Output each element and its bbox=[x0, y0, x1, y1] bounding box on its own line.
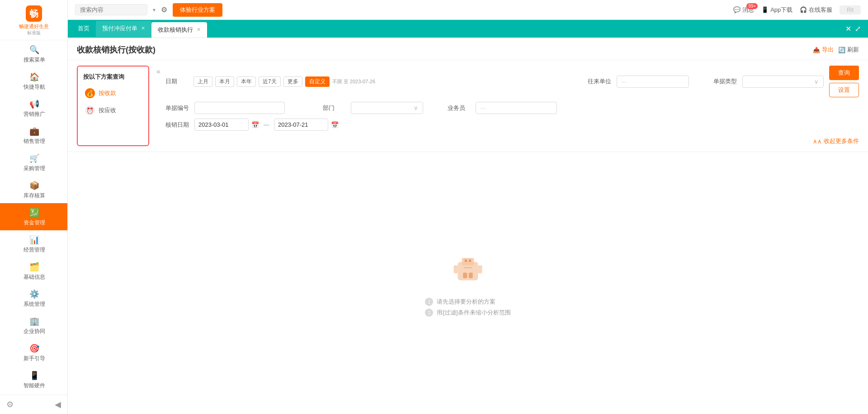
date-btn-last-month[interactable]: 上月 bbox=[193, 76, 212, 87]
writeoff-end-calendar-icon[interactable]: 📅 bbox=[331, 121, 339, 128]
solution-button[interactable]: 体验行业方案 bbox=[173, 3, 222, 17]
settings-button[interactable]: 设置 bbox=[829, 83, 859, 97]
refresh-button[interactable]: 🔄 刷新 bbox=[838, 46, 859, 54]
date-btn-this-year[interactable]: 本年 bbox=[237, 76, 256, 87]
business-icon: 📊 bbox=[29, 235, 39, 245]
sidebar-item-label: 搜索菜单 bbox=[24, 56, 45, 64]
sidebar-item-inventory[interactable]: 📦 库存核算 bbox=[0, 176, 67, 203]
sidebar-item-finance[interactable]: 💹 资金管理 bbox=[0, 203, 67, 230]
tab-home[interactable]: 首页 bbox=[71, 21, 96, 37]
filter-area: 日期 上月 本月 本年 近7天 更多 自定义 不限 至 2023-07-26 往… bbox=[165, 66, 859, 146]
user-avatar[interactable]: Rit bbox=[840, 5, 861, 14]
collapse-more-button[interactable]: ∧∧ 收起更多条件 bbox=[165, 135, 859, 146]
date-quick-buttons: 上月 本月 本年 近7天 更多 自定义 不限 至 2023-07-26 bbox=[193, 76, 375, 87]
voucher-type-arrow: ∨ bbox=[814, 78, 819, 85]
newbie-icon: 🎯 bbox=[29, 343, 39, 353]
voucher-type-label: 单据类型 bbox=[713, 77, 737, 86]
svg-rect-7 bbox=[478, 265, 482, 273]
sidebar-item-hardware[interactable]: 📱 智能硬件 bbox=[0, 366, 67, 393]
tab-prepay[interactable]: 预付冲应付单 ✕ bbox=[96, 21, 151, 37]
tab-prepay-close[interactable]: ✕ bbox=[141, 25, 145, 31]
query-button[interactable]: 查询 bbox=[829, 66, 859, 80]
query-option-by-receivable[interactable]: ⏰ 按应收 bbox=[78, 102, 148, 119]
query-type-selector: 按以下方案查询 💰 按收款 ⏰ 按应收 bbox=[77, 66, 149, 146]
query-panel: 按以下方案查询 💰 按收款 ⏰ 按应收 « bbox=[68, 60, 868, 152]
sidebar-item-newbie[interactable]: 🎯 新手引导 bbox=[0, 339, 67, 366]
tab-prepay-label: 预付冲应付单 bbox=[102, 24, 137, 33]
sidebar-item-purchase[interactable]: 🛒 采购管理 bbox=[0, 149, 67, 176]
brand-search-input[interactable] bbox=[75, 4, 147, 15]
sidebar-item-system[interactable]: ⚙️ 系统管理 bbox=[0, 285, 67, 312]
collab-icon: 🏢 bbox=[29, 316, 39, 326]
query-option-by-receipt[interactable]: 💰 按收款 bbox=[78, 85, 148, 102]
date-btn-this-month[interactable]: 本月 bbox=[215, 76, 234, 87]
svg-rect-4 bbox=[463, 272, 467, 278]
tip-text-2: 用[过滤]条件来缩小分析范围 bbox=[437, 309, 510, 317]
page-content: 收款核销执行(按收款) 📤 导出 🔄 刷新 按以 bbox=[68, 38, 868, 414]
sidebar-item-label: 采购管理 bbox=[24, 165, 45, 172]
online-service-button[interactable]: 🎧 在线客服 bbox=[800, 6, 832, 14]
writeoff-start-date[interactable] bbox=[194, 119, 249, 131]
sidebar-item-search[interactable]: 🔍 搜索菜单 bbox=[0, 40, 67, 67]
date-btn-more[interactable]: 更多 bbox=[283, 76, 302, 87]
collapse-sidebar-icon[interactable]: ◀ bbox=[55, 400, 61, 409]
svg-rect-2 bbox=[465, 259, 467, 262]
hardware-icon: 📱 bbox=[29, 371, 39, 381]
writeoff-end-date[interactable] bbox=[274, 119, 328, 131]
header-right-actions: 💬 消息 99+ 📱 App下载 🎧 在线客服 Rit bbox=[733, 5, 861, 14]
sidebar-item-label: 系统管理 bbox=[24, 300, 45, 308]
sidebar-item-shortcut[interactable]: 🏠 快捷导航 bbox=[0, 67, 67, 95]
settings-gear-icon[interactable]: ⚙ bbox=[161, 5, 167, 14]
refresh-icon: 🔄 bbox=[838, 47, 845, 53]
sidebar-item-business[interactable]: 📊 经营管理 bbox=[0, 230, 67, 257]
sidebar-item-label: 库存核算 bbox=[24, 192, 45, 200]
app-download-button[interactable]: 📱 App下载 bbox=[761, 6, 793, 14]
settings-footer-icon[interactable]: ⚙ bbox=[6, 400, 14, 409]
inventory-icon: 📦 bbox=[29, 181, 39, 190]
receivable-option-label: 按应收 bbox=[99, 106, 116, 114]
export-button[interactable]: 📤 导出 bbox=[813, 46, 834, 54]
tip-text-1: 请先选择要分析的方案 bbox=[437, 298, 495, 306]
collapse-more-label: 收起更多条件 bbox=[824, 137, 859, 145]
sidebar-item-label: 经营管理 bbox=[24, 246, 45, 254]
search-nav-icon: 🔍 bbox=[29, 45, 39, 55]
export-label: 导出 bbox=[822, 46, 834, 54]
collapse-panel-button[interactable]: « bbox=[156, 66, 165, 146]
sidebar-item-label: 快捷导航 bbox=[24, 83, 45, 91]
dept-select[interactable]: ∨ bbox=[351, 102, 423, 114]
tab-receipt-label: 收款核销执行 bbox=[158, 26, 193, 34]
sidebar-item-label: 企业协同 bbox=[24, 328, 45, 335]
refresh-label: 刷新 bbox=[847, 46, 859, 54]
sidebar-item-marketing[interactable]: 📢 营销推广 bbox=[0, 95, 67, 122]
staff-select[interactable]: ··· bbox=[476, 102, 557, 114]
counterparty-dots: ··· bbox=[622, 78, 627, 85]
writeoff-date-label: 核销日期 bbox=[165, 121, 189, 129]
tab-close-all-icon[interactable]: ✕ bbox=[845, 24, 851, 33]
query-title-label: 按以下方案查询 bbox=[83, 73, 124, 81]
sales-icon: 💼 bbox=[29, 126, 39, 136]
svg-rect-3 bbox=[469, 259, 471, 262]
tab-home-label: 首页 bbox=[78, 24, 90, 33]
sidebar-item-collab[interactable]: 🏢 企业协同 bbox=[0, 312, 67, 339]
receipt-option-label: 按收款 bbox=[99, 89, 116, 97]
tab-receipt[interactable]: 收款核销执行 ✕ bbox=[151, 22, 207, 38]
voucher-no-input[interactable] bbox=[194, 102, 285, 114]
date-btn-7days[interactable]: 近7天 bbox=[259, 76, 281, 87]
dropdown-chevron-icon[interactable]: ▾ bbox=[153, 7, 156, 13]
message-button[interactable]: 💬 消息 99+ bbox=[733, 6, 754, 14]
tab-expand-icon[interactable]: ⤢ bbox=[855, 24, 861, 33]
sidebar-item-label: 资金管理 bbox=[24, 219, 45, 227]
sidebar-item-sales[interactable]: 💼 销售管理 bbox=[0, 122, 67, 149]
sidebar-item-basic[interactable]: 🗂️ 基础信息 bbox=[0, 257, 67, 285]
page-title: 收款核销执行(按收款) bbox=[77, 44, 156, 55]
voucher-type-select[interactable]: ∨ bbox=[742, 76, 824, 88]
app-label: App下载 bbox=[770, 6, 793, 14]
writeoff-start-calendar-icon[interactable]: 📅 bbox=[251, 121, 259, 128]
svg-rect-5 bbox=[469, 272, 473, 278]
app-icon: 📱 bbox=[761, 6, 769, 13]
tab-bar: 首页 预付冲应付单 ✕ 收款核销执行 ✕ ✕ ⤢ bbox=[68, 20, 868, 38]
empty-tip-1: 1 请先选择要分析的方案 bbox=[425, 298, 510, 306]
tab-receipt-close[interactable]: ✕ bbox=[197, 27, 201, 33]
date-btn-custom[interactable]: 自定义 bbox=[305, 76, 330, 87]
counterparty-select[interactable]: ··· bbox=[617, 76, 689, 88]
